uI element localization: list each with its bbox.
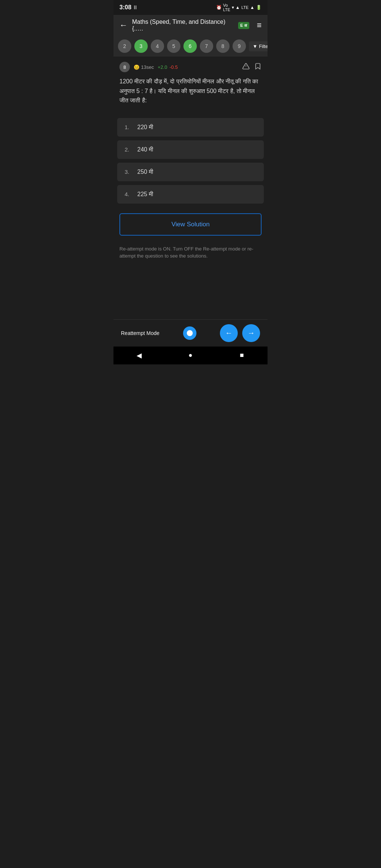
question-area: 8 😐 13sec +2.0 -0.5 1200 मीटर की — [113, 57, 268, 118]
bottom-bar: Reattempt Mode ← → — [113, 319, 268, 347]
sys-home-button[interactable]: ● — [184, 349, 197, 362]
system-nav: ◀ ● ■ — [113, 347, 268, 364]
option-4-text: 225 मी — [137, 191, 153, 198]
view-solution-button[interactable]: View Solution — [119, 213, 262, 236]
question-action-icons — [242, 63, 262, 71]
option-4[interactable]: 4. 225 मी — [117, 185, 264, 204]
q-num-2[interactable]: 2 — [118, 39, 131, 53]
filters-label: Filters — [259, 44, 268, 49]
q-num-3[interactable]: 3 — [134, 39, 148, 53]
status-icons: ⏰ VoLTE ▾ ▲ LTE ▲ 🔋 — [216, 3, 262, 12]
status-time: 3:08 ⁝⁝ — [119, 4, 137, 11]
negative-marks: -0.5 — [169, 64, 177, 70]
q-num-6[interactable]: 6 — [183, 39, 197, 53]
question-timer: 😐 13sec — [134, 64, 154, 70]
filter-icon: ▼ — [253, 44, 257, 49]
spacer — [113, 267, 268, 312]
option-4-number: 4. — [125, 191, 132, 197]
header: ← Maths (Speed, Time, and Distance) {..…… — [113, 15, 268, 36]
question-marks: +2.0 -0.5 — [158, 64, 178, 70]
q-num-5[interactable]: 5 — [167, 39, 180, 53]
options-area: 1. 220 मी 2. 240 मी 3. 250 मी 4. 225 मी — [113, 118, 268, 204]
reattempt-note-text: Re-attempt mode is ON. Turn OFF the Re-a… — [119, 246, 253, 259]
reattempt-toggle[interactable] — [183, 326, 196, 340]
lte-icon: LTE — [241, 5, 249, 10]
volte-icon: VoLTE — [223, 3, 230, 12]
question-number-badge: 8 — [119, 62, 130, 72]
sys-recents-button[interactable]: ■ — [235, 349, 249, 362]
q-num-4[interactable]: 4 — [151, 39, 164, 53]
signal2-icon: ▲ — [250, 5, 254, 10]
q-num-8[interactable]: 8 — [216, 39, 230, 53]
prev-button[interactable]: ← — [220, 324, 238, 342]
option-3-number: 3. — [125, 169, 132, 175]
option-1-number: 1. — [125, 124, 132, 130]
toggle-dot — [187, 330, 193, 336]
back-button[interactable]: ← — [119, 20, 128, 30]
question-text: 1200 मीटर की दौड़ में, दो प्रतियोगियों म… — [119, 77, 262, 105]
alert-icon[interactable] — [242, 63, 250, 71]
signal-icon: ▲ — [236, 5, 240, 10]
sys-back-button[interactable]: ◀ — [132, 349, 146, 362]
q-num-7[interactable]: 7 — [200, 39, 213, 53]
option-3-text: 250 मी — [137, 169, 153, 175]
battery-icon: 🔋 — [256, 5, 262, 10]
signal-dots-icon: ⁝⁝ — [134, 4, 137, 10]
question-nav: 2 3 4 5 6 7 8 9 ▼ Filters — [113, 36, 268, 57]
view-solution-container: View Solution — [113, 207, 268, 242]
option-2-text: 240 मी — [137, 146, 153, 153]
option-2[interactable]: 2. 240 मी — [117, 140, 264, 159]
timer-icon: 😐 — [134, 64, 140, 70]
q-num-9[interactable]: 9 — [233, 39, 246, 53]
reattempt-note: Re-attempt mode is ON. Turn OFF the Re-a… — [113, 242, 268, 267]
option-1[interactable]: 1. 220 मी — [117, 118, 264, 137]
question-meta: 8 😐 13sec +2.0 -0.5 — [119, 62, 262, 72]
timer-value: 13sec — [141, 64, 154, 70]
wifi-icon: ▾ — [232, 5, 234, 10]
option-3[interactable]: 3. 250 मी — [117, 163, 264, 181]
next-button[interactable]: → — [242, 324, 260, 342]
nav-arrows: ← → — [220, 324, 260, 342]
language-badge[interactable]: E अ — [238, 22, 249, 29]
positive-marks: +2.0 — [158, 64, 167, 70]
alarm-icon: ⏰ — [216, 5, 222, 10]
status-bar: 3:08 ⁝⁝ ⏰ VoLTE ▾ ▲ LTE ▲ 🔋 — [113, 0, 268, 15]
filters-button[interactable]: ▼ Filters — [249, 41, 268, 51]
reattempt-mode-label: Reattempt Mode — [121, 330, 160, 336]
header-title: Maths (Speed, Time, and Distance) {..… — [132, 19, 234, 32]
option-1-text: 220 मी — [137, 124, 153, 131]
option-2-number: 2. — [125, 146, 132, 153]
menu-button[interactable]: ≡ — [257, 20, 262, 30]
time-display: 3:08 — [119, 4, 131, 11]
bookmark-icon[interactable] — [254, 63, 262, 71]
